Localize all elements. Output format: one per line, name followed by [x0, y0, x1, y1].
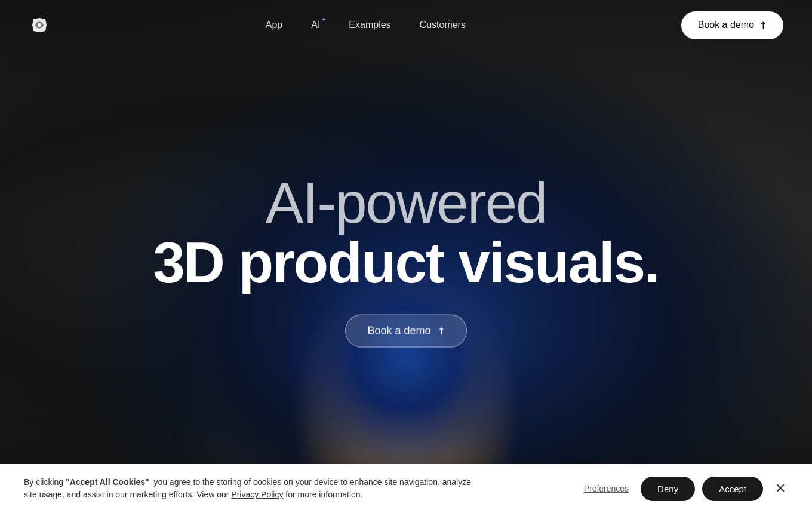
navbar: App AI✦ Examples Customers Book a demo ↗ — [0, 0, 812, 50]
cookie-highlight: "Accept All Cookies" — [66, 477, 149, 487]
hero-title-line1: AI-powered — [137, 173, 675, 233]
navbar-book-demo-button[interactable]: Book a demo ↗ — [681, 11, 783, 39]
svg-point-0 — [38, 23, 41, 27]
cookie-preferences-button[interactable]: Preferences — [579, 484, 633, 493]
hero-arrow-icon: ↗ — [434, 324, 448, 338]
hero-content: AI-powered 3D product visuals. Book a de… — [137, 173, 675, 348]
cookie-accept-button[interactable]: Accept — [702, 477, 763, 501]
cookie-banner: By clicking "Accept All Cookies", you ag… — [0, 464, 812, 513]
nav-item-app[interactable]: App — [266, 20, 282, 30]
hero-book-demo-button[interactable]: Book a demo ↗ — [345, 315, 466, 348]
external-link-icon: ↗ — [756, 19, 770, 32]
privacy-policy-link[interactable]: Privacy Policy — [231, 490, 283, 499]
hero-title-line2: 3D product visuals. — [137, 233, 675, 293]
cookie-close-button[interactable]: ✕ — [773, 480, 788, 497]
nav-item-ai[interactable]: AI✦ — [311, 20, 320, 30]
cookie-text: By clicking "Accept All Cookies", you ag… — [24, 476, 478, 501]
cookie-actions: Preferences Deny Accept ✕ — [579, 477, 788, 501]
cookie-deny-button[interactable]: Deny — [641, 477, 695, 501]
nav-links: App AI✦ Examples Customers — [266, 20, 466, 30]
logo-icon — [29, 14, 50, 36]
logo[interactable] — [29, 14, 50, 36]
nav-item-customers[interactable]: Customers — [420, 20, 466, 30]
nav-item-examples[interactable]: Examples — [349, 20, 390, 30]
